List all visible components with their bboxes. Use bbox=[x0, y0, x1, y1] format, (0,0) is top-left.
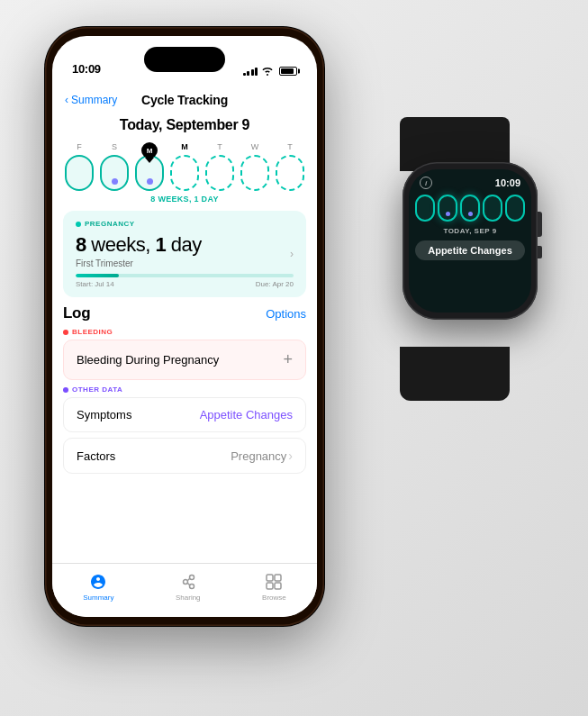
cycle-item-7[interactable] bbox=[276, 155, 304, 191]
pregnancy-weeks-display: 8 weeks, 1 day bbox=[76, 233, 294, 257]
watch-cycles bbox=[410, 195, 530, 222]
day-label-m: M bbox=[170, 142, 199, 151]
status-icons bbox=[243, 66, 298, 76]
watch-side-button bbox=[538, 246, 542, 258]
factors-label: Factors bbox=[77, 449, 115, 463]
pregnancy-section-label: PREGNANCY bbox=[76, 220, 294, 228]
day-label-t2: T bbox=[276, 142, 304, 151]
trimester-label: First Trimester bbox=[76, 258, 294, 268]
bleeding-row-label: Bleeding During Pregnancy bbox=[77, 353, 219, 367]
day-label-w: W bbox=[240, 142, 269, 151]
battery-icon bbox=[279, 67, 297, 76]
svg-line-4 bbox=[187, 584, 189, 585]
watch-cycle-4 bbox=[483, 195, 502, 222]
watch-cycle-2 bbox=[438, 195, 457, 222]
iphone-screen: 10:09 bbox=[52, 36, 317, 617]
watch-cycle-3 bbox=[460, 195, 480, 222]
bleeding-dot bbox=[63, 330, 68, 335]
cycle-dot-today bbox=[147, 178, 153, 185]
factors-row[interactable]: Factors Pregnancy bbox=[63, 438, 306, 474]
watch-cycle-1 bbox=[415, 195, 435, 222]
browse-tab-icon bbox=[264, 572, 284, 592]
other-data-dot bbox=[63, 387, 68, 393]
progress-fill bbox=[76, 274, 119, 277]
wifi-icon bbox=[261, 66, 274, 76]
tab-bar: Summary Sharing Browse bbox=[52, 563, 317, 617]
date-title: Today, September 9 bbox=[52, 117, 317, 133]
cycle-item-1[interactable] bbox=[65, 155, 94, 191]
watch-cycle-dot-2 bbox=[468, 212, 473, 216]
symptoms-label: Symptoms bbox=[77, 408, 131, 421]
watch-status-bar: i 10:09 bbox=[409, 169, 531, 191]
watch-screen: i 10:09 TODAY, SEP 9 bbox=[409, 169, 531, 313]
log-title: Log bbox=[63, 304, 90, 322]
back-label: Summary bbox=[71, 94, 117, 106]
svg-line-3 bbox=[187, 579, 189, 581]
pregnancy-progress-bar bbox=[76, 274, 294, 277]
cycle-item-4[interactable] bbox=[170, 155, 199, 191]
factors-chevron-icon bbox=[288, 449, 293, 463]
iphone-device: 10:09 bbox=[45, 27, 324, 626]
tab-browse[interactable]: Browse bbox=[262, 572, 286, 602]
watch-cycle-5 bbox=[505, 195, 525, 222]
watch-date-label: TODAY, SEP 9 bbox=[443, 227, 496, 235]
cycle-item-2[interactable] bbox=[100, 155, 129, 191]
pregnancy-card[interactable]: PREGNANCY 8 weeks, 1 day First Trimester… bbox=[63, 211, 306, 297]
cycle-item-5[interactable] bbox=[205, 155, 234, 191]
calendar-strip: F S S M T W T bbox=[52, 142, 317, 204]
watch-body: i 10:09 TODAY, SEP 9 bbox=[403, 162, 538, 320]
day-label-t1: T bbox=[205, 142, 234, 151]
dynamic-island bbox=[144, 47, 225, 72]
tab-summary[interactable]: Summary bbox=[83, 572, 113, 602]
back-chevron-icon: ‹ bbox=[65, 94, 68, 106]
svg-rect-6 bbox=[275, 575, 281, 581]
watch-cycle-dot-1 bbox=[446, 212, 450, 216]
pregnancy-dates: Start: Jul 14 Due: Apr 20 bbox=[76, 280, 294, 288]
sharing-tab-icon bbox=[178, 572, 198, 592]
today-marker: M bbox=[141, 142, 158, 163]
bleeding-section-label: BLEEDING bbox=[63, 328, 306, 336]
log-options-button[interactable]: Options bbox=[266, 307, 306, 321]
scene: 10:09 bbox=[0, 0, 588, 716]
svg-point-0 bbox=[183, 580, 187, 585]
bleeding-row[interactable]: Bleeding During Pregnancy + bbox=[63, 340, 306, 380]
cycle-item-6[interactable] bbox=[240, 155, 269, 191]
start-date: Start: Jul 14 bbox=[76, 280, 114, 288]
log-section: Log Options BLEEDING Bleeding During Pre… bbox=[63, 304, 306, 474]
sharing-tab-label: Sharing bbox=[176, 594, 201, 602]
watch-time: 10:09 bbox=[495, 177, 520, 188]
summary-tab-icon bbox=[88, 572, 108, 592]
factors-value: Pregnancy bbox=[231, 449, 293, 463]
cycle-dot-1 bbox=[112, 178, 118, 185]
day-labels-row: F S S M T W T bbox=[59, 142, 310, 151]
symptoms-value: Appetite Changes bbox=[200, 408, 293, 421]
svg-rect-7 bbox=[267, 583, 273, 589]
log-header: Log Options bbox=[63, 304, 306, 322]
watch-info-icon: i bbox=[420, 177, 432, 189]
tab-sharing[interactable]: Sharing bbox=[176, 572, 201, 602]
pregnancy-dot bbox=[76, 222, 81, 227]
svg-point-2 bbox=[189, 585, 194, 589]
day-label-f: F bbox=[65, 142, 94, 151]
symptoms-row[interactable]: Symptoms Appetite Changes bbox=[63, 397, 306, 432]
main-content: Today, September 9 F S S M T W T bbox=[52, 117, 317, 563]
nav-bar: ‹ Summary Cycle Tracking bbox=[52, 83, 317, 117]
watch-appetite-badge: Appetite Changes bbox=[415, 240, 525, 260]
apple-watch-device: i 10:09 TODAY, SEP 9 bbox=[387, 162, 554, 356]
due-date: Due: Apr 20 bbox=[256, 280, 294, 288]
svg-rect-5 bbox=[267, 575, 273, 581]
svg-point-1 bbox=[189, 576, 194, 580]
signal-icon bbox=[243, 67, 258, 76]
svg-rect-8 bbox=[275, 583, 281, 589]
summary-tab-label: Summary bbox=[83, 594, 113, 602]
bleeding-add-button[interactable]: + bbox=[283, 350, 293, 369]
day-label-s1: S bbox=[100, 142, 129, 151]
cycle-item-3[interactable]: M bbox=[135, 155, 164, 191]
nav-title: Cycle Tracking bbox=[141, 93, 228, 107]
nav-back-button[interactable]: ‹ Summary bbox=[65, 94, 117, 106]
pregnancy-chevron-icon: › bbox=[290, 248, 294, 260]
other-data-section-label: OTHER DATA bbox=[63, 385, 306, 394]
watch-band-bottom bbox=[400, 347, 510, 401]
browse-tab-label: Browse bbox=[262, 594, 286, 602]
weeks-label: 8 WEEKS, 1 DAY bbox=[59, 195, 310, 204]
